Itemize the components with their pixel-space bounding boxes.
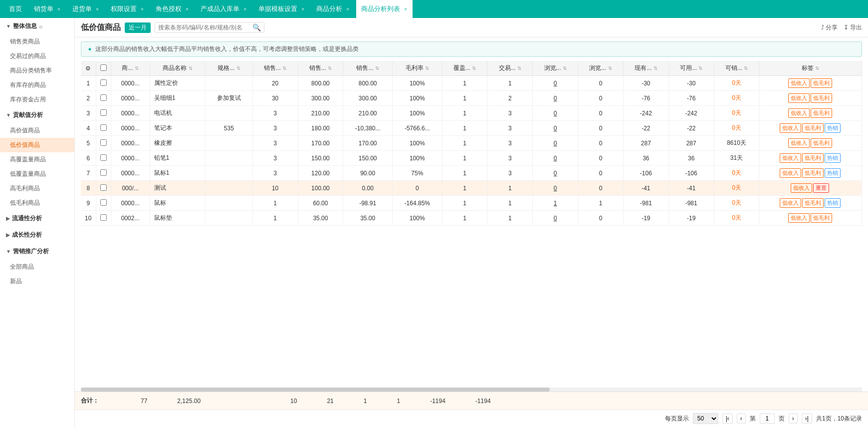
sidebar-item-low-value[interactable]: 低价值商品 — [0, 138, 74, 152]
row-checkbox-input[interactable] — [100, 79, 107, 86]
row-name[interactable]: 鼠标 — [150, 196, 205, 211]
row-browse1[interactable]: 0 — [533, 166, 578, 181]
col-spec[interactable]: 规格... ⇅ — [205, 61, 252, 76]
col-code[interactable]: 商... ⇅ — [111, 61, 150, 76]
col-tags[interactable]: 标签 ⇅ — [759, 61, 862, 76]
sidebar-item-low-coverage[interactable]: 低覆盖量商品 — [0, 167, 74, 181]
row-checkbox-input[interactable] — [100, 169, 107, 176]
sidebar-item-high-margin[interactable]: 高毛利商品 — [0, 181, 74, 196]
nav-purchase[interactable]: 进货单 × — [67, 0, 104, 18]
sidebar-item-new-goods[interactable]: 新品 — [0, 274, 74, 289]
sidebar-item-all-goods[interactable]: 全部商品 — [0, 260, 74, 274]
scrollbar-thumb[interactable] — [81, 388, 550, 392]
row-checkbox-input[interactable] — [100, 124, 107, 131]
sidebar-group-circulation[interactable]: ▶ 流通性分析 — [0, 210, 74, 227]
row-checkbox-input[interactable] — [100, 199, 107, 206]
sidebar-item-high-coverage[interactable]: 高覆盖量商品 — [0, 152, 74, 167]
row-browse1[interactable]: 0 — [533, 136, 578, 151]
period-badge[interactable]: 近一月 — [125, 22, 151, 33]
row-name[interactable]: 橡皮擦 — [150, 136, 205, 151]
page-size-select[interactable]: 50 100 200 — [693, 413, 718, 424]
col-browse2[interactable]: 浏览... ⇅ — [578, 61, 624, 76]
row-checkbox[interactable] — [96, 76, 111, 91]
row-transaction: 1 — [487, 211, 533, 226]
select-all-checkbox[interactable] — [100, 64, 107, 71]
col-margin-rate[interactable]: 毛利率 ⇅ — [392, 61, 442, 76]
col-settings[interactable]: ⚙ — [81, 61, 96, 76]
row-name[interactable]: 属性定价 — [150, 76, 205, 91]
nav-analysis-list[interactable]: 商品分析列表 × — [356, 0, 412, 18]
search-icon[interactable]: 🔍 — [252, 23, 261, 31]
col-transaction[interactable]: 交易... ⇅ — [487, 61, 533, 76]
nav-product-in[interactable]: 产成品入库单 × — [196, 0, 251, 18]
row-name[interactable]: 鼠标垫 — [150, 211, 205, 226]
row-checkbox[interactable] — [96, 211, 111, 226]
row-browse1[interactable]: 0 — [533, 91, 578, 106]
first-page-button[interactable]: |‹ — [722, 414, 733, 424]
row-checkbox[interactable] — [96, 121, 111, 136]
row-checkbox-input[interactable] — [100, 109, 107, 116]
row-browse1[interactable]: 0 — [533, 76, 578, 91]
col-sales-price[interactable]: 销售... ⇅ — [298, 61, 343, 76]
row-browse1[interactable]: 0 — [533, 121, 578, 136]
sidebar-item-low-margin[interactable]: 低毛利商品 — [0, 196, 74, 210]
row-browse1[interactable]: 0 — [533, 181, 578, 196]
sidebar-item-stock-goods[interactable]: 有库存的商品 — [0, 78, 74, 92]
next-page-button[interactable]: › — [789, 414, 798, 424]
row-checkbox-input[interactable] — [100, 139, 107, 146]
col-sales-qty[interactable]: 销售... ⇅ — [252, 61, 298, 76]
col-sales-amount[interactable]: 销售... ⇅ — [343, 61, 393, 76]
row-checkbox[interactable] — [96, 136, 111, 151]
sidebar-group-contribution[interactable]: ▼ 贡献值分析 — [0, 107, 74, 123]
sidebar-item-sales-goods[interactable]: 销售类商品 — [0, 34, 74, 49]
sidebar-group-growth[interactable]: ▶ 成长性分析 — [0, 227, 74, 243]
row-checkbox[interactable] — [96, 196, 111, 211]
row-browse1[interactable]: 1 — [533, 196, 578, 211]
row-checkbox-input[interactable] — [100, 214, 107, 221]
row-name[interactable]: 测试 — [150, 181, 205, 196]
nav-template[interactable]: 单据模板设置 × — [253, 0, 309, 18]
sidebar-item-stock-fund[interactable]: 库存资金占用 — [0, 92, 74, 107]
scrollbar[interactable] — [81, 388, 862, 392]
last-page-button[interactable]: ›| — [802, 414, 812, 424]
prev-page-button[interactable]: ‹ — [737, 414, 746, 424]
nav-sales[interactable]: 销货单 × — [29, 0, 65, 18]
row-name[interactable]: 笔记本 — [150, 121, 205, 136]
row-tags: 低收入低毛利热销 — [759, 121, 862, 136]
col-saleable[interactable]: 可销... ⇅ — [714, 61, 759, 76]
sidebar-item-category-sales[interactable]: 商品分类销售率 — [0, 63, 74, 78]
row-checkbox-input[interactable] — [100, 94, 107, 101]
share-button[interactable]: ⤴ 分享 — [821, 23, 838, 32]
row-checkbox[interactable] — [96, 106, 111, 121]
row-checkbox-input[interactable] — [100, 154, 107, 161]
row-browse1[interactable]: 0 — [533, 151, 578, 166]
col-browse1[interactable]: 浏览... ⇅ — [533, 61, 578, 76]
nav-analysis[interactable]: 商品分析 × — [311, 0, 354, 18]
nav-role[interactable]: 角色授权 × — [151, 0, 194, 18]
sidebar-item-traded-goods[interactable]: 交易过的商品 — [0, 49, 74, 63]
row-name[interactable]: 电话机 — [150, 106, 205, 121]
row-name[interactable]: 吴细细1 — [150, 91, 205, 106]
sidebar-collapse-overall[interactable]: « — [39, 22, 43, 30]
export-button[interactable]: ↧ 导出 — [844, 23, 862, 32]
row-name[interactable]: 鼠标1 — [150, 166, 205, 181]
sidebar-group-marketing[interactable]: ▼ 营销推广分析 — [0, 243, 74, 260]
sidebar-item-high-value[interactable]: 高价值商品 — [0, 123, 74, 138]
search-input[interactable] — [158, 24, 252, 31]
row-name[interactable]: 铅笔1 — [150, 151, 205, 166]
col-name[interactable]: 商品名称 ⇅ — [150, 61, 205, 76]
row-browse1[interactable]: 0 — [533, 106, 578, 121]
row-browse1[interactable]: 0 — [533, 211, 578, 226]
row-checkbox[interactable] — [96, 151, 111, 166]
col-coverage[interactable]: 覆盖... ⇅ — [442, 61, 487, 76]
nav-permission[interactable]: 权限设置 × — [106, 0, 149, 18]
nav-home[interactable]: 首页 — [4, 0, 27, 18]
sidebar-group-overall[interactable]: ▼ 整体信息 « — [0, 18, 74, 34]
col-current-stock[interactable]: 现有... ⇅ — [623, 61, 668, 76]
row-checkbox[interactable] — [96, 166, 111, 181]
row-checkbox[interactable] — [96, 91, 111, 106]
page-number-input[interactable] — [760, 414, 775, 424]
row-checkbox[interactable] — [96, 181, 111, 196]
col-available[interactable]: 可用... ⇅ — [668, 61, 714, 76]
row-checkbox-input[interactable] — [100, 184, 107, 191]
